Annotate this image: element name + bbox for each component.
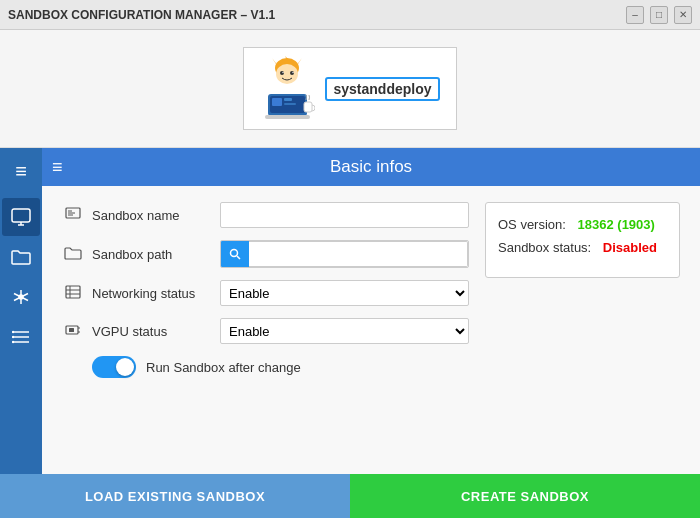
toggle-knob [116, 358, 134, 376]
monitor-icon [11, 207, 31, 227]
sandbox-status-row: Sandbox status: Disabled [498, 240, 667, 255]
create-sandbox-button[interactable]: CREATE SANDBOX [350, 474, 700, 518]
sidebar-item-folder[interactable] [2, 238, 40, 276]
section-header: ≡ Basic infos [42, 148, 700, 186]
networking-label: Networking status [92, 286, 212, 301]
networking-select[interactable]: Enable Disable [220, 280, 469, 306]
svg-point-4 [276, 64, 298, 84]
form-area: Sandbox name Sandbox path [42, 186, 700, 474]
os-version-label: OS version: [498, 217, 566, 232]
sandbox-name-input[interactable] [220, 202, 469, 228]
networking-icon [62, 285, 84, 302]
svg-rect-12 [284, 98, 292, 101]
toggle-label: Run Sandbox after change [146, 360, 301, 375]
sidebar: ≡ [0, 148, 42, 474]
vgpu-label: VGPU status [92, 324, 212, 339]
logo-area: systanddeploy [0, 30, 700, 148]
os-version-row: OS version: 18362 (1903) [498, 217, 667, 232]
svg-rect-15 [304, 102, 312, 112]
close-button[interactable]: ✕ [674, 6, 692, 24]
sidebar-item-asterisk[interactable] [2, 278, 40, 316]
sandbox-path-input-wrap [220, 240, 469, 268]
sandbox-path-label: Sandbox path [92, 247, 212, 262]
sandbox-path-input[interactable] [249, 241, 468, 267]
section-title: Basic infos [330, 157, 412, 177]
toggle-row: Run Sandbox after change [92, 356, 469, 378]
sandbox-name-label: Sandbox name [92, 208, 212, 223]
sidebar-item-list[interactable] [2, 318, 40, 356]
sidebar-item-monitor[interactable] [2, 198, 40, 236]
vgpu-icon [62, 323, 84, 340]
svg-point-28 [12, 341, 14, 343]
svg-line-34 [237, 256, 240, 259]
title-bar: SANDBOX CONFIGURATION MANAGER – V1.1 – □… [0, 0, 700, 30]
minimize-button[interactable]: – [626, 6, 644, 24]
maximize-button[interactable]: □ [650, 6, 668, 24]
folder-icon [11, 248, 31, 266]
svg-rect-11 [272, 98, 282, 106]
sandbox-status-label: Sandbox status: [498, 240, 591, 255]
svg-rect-13 [284, 103, 296, 105]
title-bar-text: SANDBOX CONFIGURATION MANAGER – V1.1 [8, 8, 275, 22]
title-bar-controls: – □ ✕ [626, 6, 692, 24]
bottom-bar: LOAD EXISTING SANDBOX CREATE SANDBOX [0, 474, 700, 518]
sidebar-item-menu[interactable]: ≡ [2, 152, 40, 190]
search-icon [229, 248, 241, 260]
asterisk-icon [11, 287, 31, 307]
svg-rect-35 [66, 286, 80, 298]
svg-point-33 [231, 250, 238, 257]
list-icon [12, 329, 30, 345]
run-sandbox-toggle[interactable] [92, 356, 136, 378]
logo-character-icon [260, 56, 315, 121]
svg-point-26 [12, 331, 14, 333]
svg-rect-42 [69, 328, 74, 332]
sandbox-name-row: Sandbox name [62, 202, 469, 228]
sandbox-name-icon [62, 207, 84, 224]
sandbox-status-value: Disabled [603, 240, 657, 255]
svg-point-7 [283, 72, 284, 73]
sandbox-path-row: Sandbox path [62, 240, 469, 268]
info-box: OS version: 18362 (1903) Sandbox status:… [485, 202, 680, 278]
svg-rect-14 [265, 115, 310, 119]
load-sandbox-button[interactable]: LOAD EXISTING SANDBOX [0, 474, 350, 518]
hamburger-icon[interactable]: ≡ [52, 157, 63, 178]
form-left: Sandbox name Sandbox path [62, 202, 469, 458]
sandbox-path-search-button[interactable] [221, 241, 249, 267]
vgpu-row: VGPU status Enable Disable [62, 318, 469, 344]
sandbox-path-icon [62, 246, 84, 263]
content-area: ≡ Basic infos Sandbox name [42, 148, 700, 474]
os-version-value: 18362 (1903) [578, 217, 655, 232]
logo-text: systanddeploy [325, 81, 439, 97]
logo-box: systanddeploy [243, 47, 456, 130]
svg-point-8 [293, 72, 294, 73]
svg-point-27 [12, 336, 14, 338]
svg-rect-16 [12, 209, 30, 222]
vgpu-select[interactable]: Enable Disable [220, 318, 469, 344]
networking-row: Networking status Enable Disable [62, 280, 469, 306]
